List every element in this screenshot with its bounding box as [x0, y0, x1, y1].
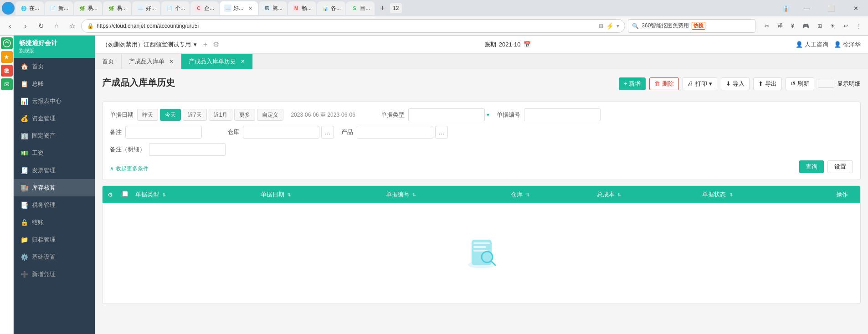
gear-header-icon[interactable]: ⚙: [108, 191, 113, 198]
home-button[interactable]: ⌂: [50, 20, 63, 32]
grid2-icon[interactable]: ⊞: [815, 20, 825, 32]
delete-button[interactable]: 🗑 删除: [649, 77, 679, 90]
smart-search-bar[interactable]: 🔍 360智能抠图免费用 热搜: [628, 19, 755, 33]
breadcrumb-history-close[interactable]: ✕: [241, 58, 245, 65]
tab-10[interactable]: M 畅...: [288, 1, 316, 15]
date-yesterday-btn[interactable]: 昨天: [137, 109, 158, 121]
tab-9[interactable]: 腾 腾...: [259, 1, 287, 15]
brightness-icon[interactable]: ☀: [827, 20, 838, 32]
nav-item-invoice[interactable]: 🧾 发票管理: [14, 162, 95, 179]
translate-icon[interactable]: 译: [775, 20, 786, 32]
remark-input[interactable]: [125, 126, 202, 139]
nav-item-archive[interactable]: 📁 归档管理: [14, 231, 95, 248]
gear-header[interactable]: ⚙: [103, 186, 118, 203]
warehouse-input[interactable]: [243, 126, 319, 139]
tab-count[interactable]: 12: [390, 3, 401, 13]
tab-4[interactable]: 🌿 易...: [103, 1, 131, 15]
date-7days-btn[interactable]: 近7天: [183, 109, 207, 121]
nav-item-settings[interactable]: ⚙️ 基础设置: [14, 248, 95, 266]
minimize-button[interactable]: —: [796, 0, 817, 16]
product-ellipsis-btn[interactable]: …: [435, 126, 448, 139]
back-button[interactable]: ‹: [4, 20, 16, 32]
shirt-icon[interactable]: 👔: [780, 2, 792, 15]
status-header[interactable]: 单据状态 ⇅: [699, 186, 824, 203]
nav-item-close[interactable]: 🔒 结账: [14, 214, 95, 231]
tab-7[interactable]: C 企...: [190, 1, 219, 15]
print-button[interactable]: 🖨 打印 ▾: [683, 77, 717, 90]
date-today-btn[interactable]: 今天: [160, 109, 181, 121]
checkbox-detail[interactable]: [818, 80, 834, 88]
query-button[interactable]: 查询: [799, 160, 824, 173]
nav-item-reports[interactable]: 📊 云报表中心: [14, 92, 95, 110]
breadcrumb-list-close[interactable]: ✕: [169, 58, 174, 65]
cost-header[interactable]: 总成本 ⇅: [593, 186, 699, 203]
breadcrumb-list[interactable]: 产成品入库单 ✕: [122, 54, 181, 69]
app-icon-star[interactable]: ★: [1, 51, 13, 63]
export-button[interactable]: ⬆ 导出: [753, 77, 782, 90]
breadcrumb-home[interactable]: 首页: [95, 54, 122, 69]
refresh-button[interactable]: ↺ 刷新: [786, 77, 814, 90]
new-tab-button[interactable]: +: [375, 1, 389, 15]
app-icon-mail[interactable]: ✉: [1, 78, 13, 90]
number-header[interactable]: 单据编号 ⇅: [382, 186, 508, 203]
checkbox-header[interactable]: [118, 186, 132, 203]
undo-icon[interactable]: ↩: [841, 20, 851, 32]
select-all-checkbox[interactable]: [122, 191, 128, 197]
bookmark-button[interactable]: ☆: [66, 20, 78, 32]
add-button[interactable]: + 新增: [619, 77, 646, 90]
number-input[interactable]: [524, 108, 601, 121]
add-account-button[interactable]: +: [203, 41, 207, 49]
ai-service-button[interactable]: 👤 人工咨询: [796, 41, 828, 49]
more-icon[interactable]: ⋮: [853, 20, 864, 32]
settings-account-button[interactable]: ⚙: [213, 40, 219, 49]
tab-8[interactable]: ☁️ 好... ✕: [220, 1, 258, 15]
tab-6[interactable]: 📄 个...: [161, 1, 190, 15]
type-selector[interactable]: ▾: [408, 108, 489, 121]
type-input[interactable]: [408, 108, 485, 121]
tab-5[interactable]: ☁️ 好...: [132, 1, 160, 15]
tab-2[interactable]: 📄 新...: [45, 1, 73, 15]
app-icon-weibo[interactable]: 微: [1, 65, 13, 77]
account-selector[interactable]: （勿删勿禁用）江西颐宝测试专用 ▾: [102, 41, 197, 49]
forward-button[interactable]: ›: [19, 20, 32, 32]
nav-item-finance[interactable]: 💰 资金管理: [14, 110, 95, 127]
nav-item-inventory[interactable]: 🏬 库存核算: [14, 179, 95, 196]
nav-item-payroll[interactable]: 💵 工资: [14, 144, 95, 162]
warehouse-ellipsis-btn[interactable]: …: [321, 126, 334, 139]
app-icon-main[interactable]: [1, 37, 13, 49]
detail-remark-input[interactable]: [149, 143, 226, 156]
product-input[interactable]: [357, 126, 433, 139]
tab-1[interactable]: 🌐 在...: [15, 1, 44, 15]
user-avatar[interactable]: 👤 徐泽华: [834, 41, 861, 49]
nav-item-new-bill[interactable]: ➕ 新增凭证: [14, 266, 95, 283]
nav-item-assets[interactable]: 🏢 固定资产: [14, 127, 95, 144]
type-dropdown-icon[interactable]: ▾: [487, 112, 489, 118]
collapse-button[interactable]: ∧ 收起更多条件: [110, 165, 149, 173]
close-button[interactable]: ✕: [845, 0, 866, 16]
tab-11[interactable]: 📊 各...: [317, 1, 345, 15]
import-button[interactable]: ⬇ 导入: [721, 77, 750, 90]
scissors-icon[interactable]: ✂: [762, 20, 772, 32]
nav-item-home[interactable]: 🏠 首页: [14, 58, 95, 75]
nav-item-ledger[interactable]: 📋 总账: [14, 75, 95, 92]
date-header[interactable]: 单据日期 ⇅: [257, 186, 382, 203]
tab-3[interactable]: 🌿 易...: [74, 1, 102, 15]
tab-12[interactable]: S 目...: [346, 1, 375, 15]
maximize-button[interactable]: ⬜: [821, 0, 842, 16]
browser-logo[interactable]: 🌐: [2, 2, 15, 15]
calendar-icon[interactable]: 📅: [524, 41, 531, 48]
warehouse-header[interactable]: 仓库 ⇅: [507, 186, 593, 203]
nav-item-tax[interactable]: 📑 税务管理: [14, 196, 95, 214]
yuan-icon[interactable]: ¥: [788, 20, 797, 32]
type-header[interactable]: 单据类型 ⇅: [132, 186, 257, 203]
date-more-btn[interactable]: 更多: [234, 109, 255, 121]
url-text[interactable]: https://cloud.chanjet.com/accounting/uru…: [97, 23, 596, 29]
refresh-button[interactable]: ↻: [35, 20, 47, 32]
breadcrumb-history[interactable]: 产成品入库单历史 ✕: [181, 54, 253, 69]
setting-button[interactable]: 设置: [827, 160, 853, 173]
date-custom-btn[interactable]: 自定义: [257, 109, 283, 121]
show-detail-toggle[interactable]: 显示明细: [818, 80, 861, 88]
address-input[interactable]: 🔒 https://cloud.chanjet.com/accounting/u…: [81, 19, 625, 33]
account-dropdown-icon[interactable]: ▾: [194, 41, 197, 48]
date-1month-btn[interactable]: 近1月: [209, 109, 233, 121]
